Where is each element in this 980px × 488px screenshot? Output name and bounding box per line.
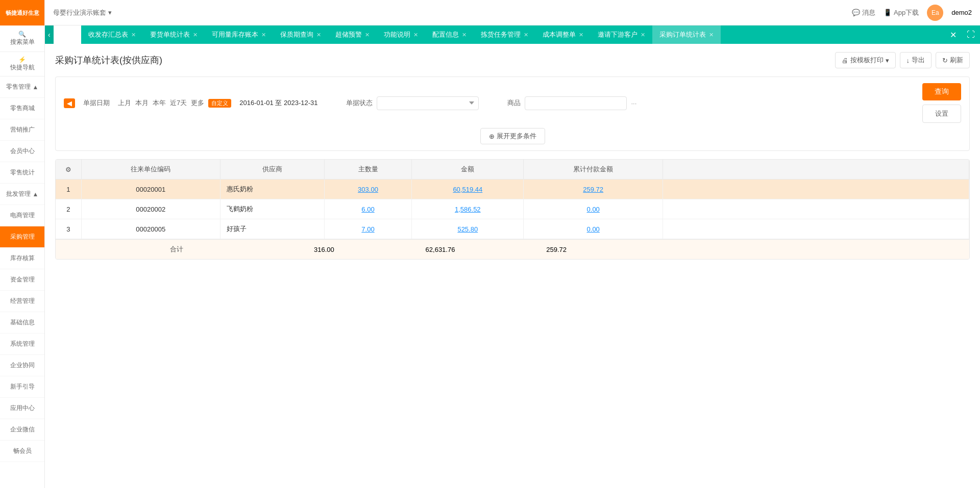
sidebar-item-retail-mall[interactable]: 零售商城 — [0, 98, 44, 119]
goods-filter-label: 商品 — [507, 98, 521, 108]
close-tab-3[interactable]: ✕ — [261, 32, 266, 38]
shortcut-7days[interactable]: 近7天 — [170, 98, 187, 108]
nav-scroll-left[interactable]: ‹ — [45, 25, 54, 44]
msg-icon: 💬 — [852, 9, 860, 16]
close-tab-active[interactable]: ✕ — [709, 32, 714, 38]
footer-paid: 259.72 — [498, 246, 615, 253]
export-button[interactable]: ↓ 导出 — [900, 52, 932, 68]
close-tab-9[interactable]: ✕ — [579, 32, 583, 38]
sidebar-item-inventory[interactable]: 库存核算 — [0, 248, 44, 269]
sidebar-item-basic-info[interactable]: 基础信息 — [0, 312, 44, 333]
table-row[interactable]: 2 00020002 飞鹤奶粉 6.00 1,586.52 0.00 — [56, 199, 969, 219]
custom-badge: 自定义 — [208, 99, 231, 108]
page-header-actions: 🖨 按模板打印 ▾ ↓ 导出 ↻ 刷新 — [835, 52, 970, 68]
close-tab-10[interactable]: ✕ — [641, 32, 645, 38]
filter-row-1: ◀ 单据日期 上月 本月 本年 近7天 更多 自定义 2016-01-01 至 … — [64, 83, 961, 123]
query-actions: 查询 设置 — [922, 83, 961, 123]
collapse-toggle[interactable]: ◀ — [64, 98, 75, 108]
sidebar-search[interactable]: 🔍 搜索菜单 — [0, 25, 44, 52]
table-row[interactable]: 3 00020005 好孩子 7.00 525.80 0.00 — [56, 219, 969, 239]
date-filter-label: 单据日期 — [83, 98, 110, 108]
row-seq: 3 — [56, 219, 81, 239]
col-paid: 累计付款金额 — [524, 160, 663, 179]
nav-tab-home[interactable]: 首页 — [54, 25, 81, 44]
sidebar-item-operations[interactable]: 经营管理 — [0, 291, 44, 312]
query-button[interactable]: 查询 — [922, 83, 961, 100]
settings-button[interactable]: 设置 — [922, 105, 961, 123]
row-supplier: 惠氏奶粉 — [220, 179, 325, 199]
refresh-button[interactable]: ↻ 刷新 — [936, 52, 970, 68]
nav-end-actions: ✕ ⛶ — [945, 25, 980, 44]
topbar-left: 母婴行业演示账套 ▾ — [53, 8, 112, 17]
sidebar-item-finance[interactable]: 资金管理 — [0, 269, 44, 291]
close-tab-2[interactable]: ✕ — [193, 32, 198, 38]
sidebar-item-purchase[interactable]: 采购管理 — [0, 226, 44, 248]
status-select[interactable] — [377, 96, 479, 110]
sidebar-item-enterprise[interactable]: 企业协同 — [0, 355, 44, 376]
print-dropdown-icon: ▾ — [886, 57, 889, 64]
date-shortcuts: 上月 本月 本年 近7天 更多 自定义 — [118, 98, 231, 108]
nav-close-btn[interactable]: ✕ — [945, 25, 962, 44]
nav-tab-active[interactable]: 采购订单统计表 ✕ — [652, 25, 721, 44]
nav-tab-5[interactable]: 超储预警 ✕ — [328, 25, 377, 44]
sidebar-item-system[interactable]: 系统管理 — [0, 333, 44, 355]
close-tab-5[interactable]: ✕ — [365, 32, 370, 38]
shortcut-this-month[interactable]: 本月 — [135, 98, 149, 108]
sidebar-item-app-center[interactable]: 应用中心 — [0, 398, 44, 419]
nav-tab-6[interactable]: 功能说明 ✕ — [377, 25, 425, 44]
nav-tab-7[interactable]: 配置信息 ✕ — [425, 25, 474, 44]
close-tab-8[interactable]: ✕ — [524, 32, 528, 38]
app-download-button[interactable]: 📱 App下载 — [884, 8, 919, 17]
shortcut-this-year[interactable]: 本年 — [153, 98, 166, 108]
nav-tab-10[interactable]: 邀请下游客户 ✕ — [591, 25, 652, 44]
row-code: 00020001 — [81, 179, 220, 199]
sidebar-item-ecommerce[interactable]: 电商管理 — [0, 205, 44, 226]
shortcut-more[interactable]: 更多 — [191, 98, 204, 108]
sidebar-item-member[interactable]: 会员中心 — [0, 141, 44, 162]
row-paid: 259.72 — [524, 179, 663, 199]
logo-text: 畅捷通好生意 — [6, 9, 39, 17]
print-button[interactable]: 🖨 按模板打印 ▾ — [835, 52, 896, 68]
nav-tab-2[interactable]: 要货单统计表 ✕ — [143, 25, 205, 44]
workspace-selector[interactable]: 母婴行业演示账套 ▾ — [53, 8, 112, 17]
sidebar-item-newbie[interactable]: 新手引导 — [0, 376, 44, 398]
filter-area: ◀ 单据日期 上月 本月 本年 近7天 更多 自定义 2016-01-01 至 … — [55, 76, 970, 151]
row-paid: 0.00 — [524, 219, 663, 239]
more-icon[interactable]: ··· — [631, 99, 636, 107]
close-tab-6[interactable]: ✕ — [413, 32, 418, 38]
page-content: 采购订单统计表(按供应商) 🖨 按模板打印 ▾ ↓ 导出 ↻ 刷新 — [45, 44, 980, 488]
sidebar-quick-nav[interactable]: ⚡ 快捷导航 — [0, 52, 44, 76]
close-tab-4[interactable]: ✕ — [316, 32, 321, 38]
user-avatar[interactable]: Ea — [927, 5, 943, 21]
sidebar-item-wechat[interactable]: 企业微信 — [0, 419, 44, 441]
table-row[interactable]: 1 00020001 惠氏奶粉 303.00 60,519.44 259.72 — [56, 179, 969, 199]
sidebar-item-wholesale[interactable]: 批发管理 ▲ — [0, 184, 44, 205]
col-settings[interactable]: ⚙ — [56, 160, 81, 179]
sidebar-item-vip[interactable]: 畅会员 — [0, 441, 44, 462]
sidebar-item-retail-stats[interactable]: 零售统计 — [0, 162, 44, 184]
row-code: 00020002 — [81, 199, 220, 219]
goods-input[interactable] — [525, 96, 627, 110]
footer-qty: 316.00 — [266, 246, 382, 253]
sidebar-item-marketing[interactable]: 营销推广 — [0, 119, 44, 141]
page-inner: 采购订单统计表(按供应商) 🖨 按模板打印 ▾ ↓ 导出 ↻ 刷新 — [45, 44, 980, 488]
expand-more-button[interactable]: ⊕ 展开更多条件 — [480, 128, 545, 144]
goods-filter: 商品 ··· — [507, 96, 914, 110]
nav-tab-8[interactable]: 拣货任务管理 ✕ — [474, 25, 535, 44]
col-amount: 金额 — [412, 160, 524, 179]
close-tab-1[interactable]: ✕ — [131, 32, 136, 38]
shortcut-last-month[interactable]: 上月 — [118, 98, 131, 108]
nav-tab-9[interactable]: 成本调整单 ✕ — [535, 25, 591, 44]
close-tab-7[interactable]: ✕ — [462, 32, 467, 38]
nav-tab-1[interactable]: 收发存汇总表 ✕ — [81, 25, 143, 44]
nav-fullscreen-btn[interactable]: ⛶ — [962, 25, 980, 44]
nav-tab-3[interactable]: 可用量库存账本 ✕ — [205, 25, 273, 44]
date-range-display: 2016-01-01 至 2023-12-31 — [239, 98, 317, 108]
expand-icon: ⊕ — [489, 133, 495, 140]
row-qty: 303.00 — [324, 179, 411, 199]
msg-button[interactable]: 💬 消息 — [852, 8, 875, 17]
refresh-icon: ↻ — [942, 57, 948, 64]
sidebar-item-retail-mgmt[interactable]: 零售管理 ▲ — [0, 76, 44, 98]
footer-label: 合计 — [164, 245, 266, 254]
nav-tab-4[interactable]: 保质期查询 ✕ — [273, 25, 328, 44]
